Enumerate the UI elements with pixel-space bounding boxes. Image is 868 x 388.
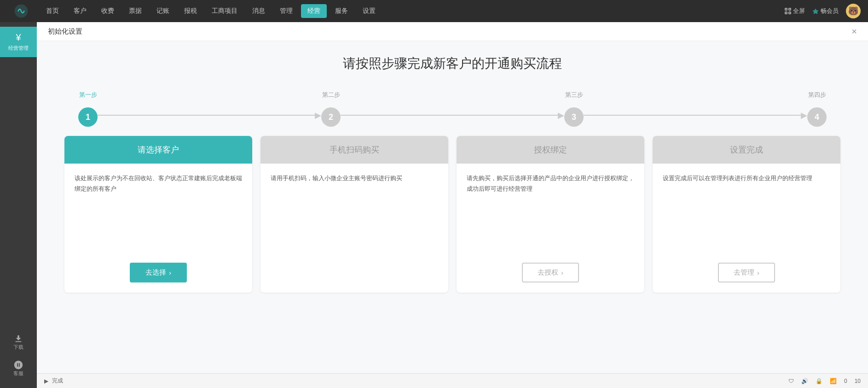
card-title-4: 设置完成 [730, 145, 763, 154]
nav-item-business[interactable]: 工商项目 [205, 4, 244, 18]
step-number-1: 1 [86, 112, 90, 122]
close-button[interactable]: × [851, 27, 857, 36]
connector-1-2: ▶ [98, 97, 321, 120]
sidebar-download[interactable]: 下载 [0, 330, 37, 354]
card-btn-arrow-4: › [757, 269, 759, 276]
lock-status-icon: 🔒 [816, 378, 822, 384]
card-btn-3[interactable]: 去授权 › [522, 263, 579, 282]
wizard-title: 请按照步骤完成新客户的开通购买流程 [64, 55, 840, 72]
sidebar: ¥ 经营管理 下载 客服 [0, 22, 37, 388]
status-bar-right: 🛡 🔊 🔒 📶 0 10 [788, 378, 861, 384]
nav-item-customer[interactable]: 客户 [67, 4, 93, 18]
card-body-text-4: 设置完成后可以在管理列表进行所有企业用户的经营管理 [663, 175, 812, 182]
page-title: 初始化设置 [48, 27, 82, 36]
card-header-3: 授权绑定 [457, 136, 644, 164]
card-footer-4: 去管理 › [653, 255, 840, 293]
support-label: 客服 [13, 370, 23, 377]
arrow-2-3: ▶ [558, 110, 564, 120]
card-btn-1[interactable]: 去选择 › [130, 263, 187, 282]
sidebar-support[interactable]: 客服 [0, 356, 37, 381]
steps-indicator: 第一步 1 ▶ 第二步 2 [64, 91, 840, 127]
nav-item-manage[interactable]: 管理 [273, 4, 299, 18]
step-number-3: 3 [572, 112, 576, 122]
nav-item-bill[interactable]: 票据 [122, 4, 148, 18]
card-title-1: 请选择客户 [138, 145, 179, 154]
card-footer-1: 去选择 › [64, 255, 252, 293]
wizard-area: 请按照步骤完成新客户的开通购买流程 第一步 1 ▶ 第二步 [37, 41, 868, 373]
step-unit-3: 第三步 3 [564, 91, 584, 127]
step-circle-1: 1 [78, 107, 98, 127]
step-card-1: 请选择客户 该处展示的客户为不在回收站、客户状态正常建账后完成老板端绑定的所有客… [64, 136, 252, 293]
card-btn-label-4: 去管理 [734, 268, 754, 277]
sidebar-item-operation[interactable]: ¥ 经营管理 [0, 27, 37, 57]
card-body-text-3: 请先购买，购买后选择开通的产品中的企业用户进行授权绑定，成功后即可进行经营管理 [467, 175, 634, 192]
step-card-3: 授权绑定 请先购买，购买后选择开通的产品中的企业用户进行授权绑定，成功后即可进行… [457, 136, 644, 293]
sidebar-item-label: 经营管理 [8, 45, 29, 52]
card-header-4: 设置完成 [653, 136, 840, 164]
download-label: 下载 [13, 344, 23, 351]
step-circle-3: 3 [564, 107, 584, 127]
vip-label: 畅会员 [821, 7, 839, 15]
svg-rect-2 [789, 8, 791, 10]
app-logo[interactable] [7, 4, 35, 18]
step-label-3: 第三步 [565, 91, 583, 99]
step-unit-2: 第二步 2 [321, 91, 341, 127]
arrow-1-2: ▶ [315, 110, 321, 120]
card-title-2: 手机扫码购买 [330, 145, 379, 154]
step-card-2: 手机扫码购买 请用手机扫码，输入小微企业主账号密码进行购买 [260, 136, 448, 293]
status-label: 完成 [52, 377, 63, 385]
svg-marker-5 [813, 9, 818, 14]
fullscreen-button[interactable]: 全屏 [785, 7, 805, 15]
step-unit-1: 第一步 1 [78, 91, 98, 127]
shield-status-icon: 🛡 [788, 378, 794, 384]
connector-3-4: ▶ [584, 97, 807, 120]
svg-rect-1 [785, 8, 787, 10]
card-body-4: 设置完成后可以在管理列表进行所有企业用户的经营管理 [653, 164, 840, 255]
arrow-3-4: ▶ [801, 110, 807, 120]
svg-rect-3 [785, 12, 787, 14]
step-circle-4: 4 [807, 107, 827, 127]
avatar[interactable]: 🐻 [846, 4, 861, 18]
step-number-2: 2 [329, 112, 333, 122]
nav-item-accounting[interactable]: 记账 [150, 4, 176, 18]
counter-0: 0 [844, 378, 847, 384]
main-body: ¥ 经营管理 下载 客服 初始化设置 × 请按照步骤完成新客户的开通购买流程 [0, 22, 868, 388]
top-nav-right: 全屏 畅会员 🐻 [785, 4, 861, 18]
step-label-2: 第二步 [322, 91, 340, 99]
nav-item-home[interactable]: 首页 [40, 4, 65, 18]
fullscreen-label: 全屏 [793, 7, 805, 15]
card-btn-arrow-1: › [169, 269, 171, 276]
top-navigation: 首页 客户 收费 票据 记账 报税 工商项目 消息 管理 经营 服务 设置 全屏… [0, 0, 868, 22]
card-body-text-2: 请用手机扫码，输入小微企业主账号密码进行购买 [271, 175, 402, 182]
card-btn-4[interactable]: 去管理 › [718, 263, 775, 282]
step-circle-2: 2 [321, 107, 341, 127]
card-title-3: 授权绑定 [534, 145, 567, 154]
play-icon: ▶ [44, 378, 48, 384]
nav-item-operation[interactable]: 经营 [301, 4, 327, 18]
cards-row: 请选择客户 该处展示的客户为不在回收站、客户状态正常建账后完成老板端绑定的所有客… [64, 136, 840, 293]
nav-items-container: 首页 客户 收费 票据 记账 报税 工商项目 消息 管理 经营 服务 设置 [40, 4, 785, 18]
card-footer-3: 去授权 › [457, 255, 644, 293]
vip-button[interactable]: 畅会员 [812, 7, 839, 15]
card-body-3: 请先购买，购买后选择开通的产品中的企业用户进行授权绑定，成功后即可进行经营管理 [457, 164, 644, 255]
status-bar: ▶ 完成 🛡 🔊 🔒 📶 0 10 [37, 373, 868, 388]
step-card-4: 设置完成 设置完成后可以在管理列表进行所有企业用户的经营管理 去管理 › [653, 136, 840, 293]
counter-10: 10 [855, 378, 861, 384]
content-area: 初始化设置 × 请按照步骤完成新客户的开通购买流程 第一步 1 ▶ [37, 22, 868, 388]
card-footer-2 [260, 275, 448, 293]
nav-item-service[interactable]: 服务 [329, 4, 354, 18]
volume-status-icon: 🔊 [801, 378, 808, 384]
yuan-icon: ¥ [16, 32, 21, 43]
content-header: 初始化设置 × [37, 22, 868, 41]
card-body-2: 请用手机扫码，输入小微企业主账号密码进行购买 [260, 164, 448, 275]
sidebar-bottom: 下载 客服 [0, 330, 37, 388]
card-body-1: 该处展示的客户为不在回收站、客户状态正常建账后完成老板端绑定的所有客户 [64, 164, 252, 255]
card-header-1: 请选择客户 [64, 136, 252, 164]
svg-rect-4 [789, 12, 791, 14]
nav-item-fee[interactable]: 收费 [95, 4, 121, 18]
nav-item-message[interactable]: 消息 [246, 4, 272, 18]
card-body-text-1: 该处展示的客户为不在回收站、客户状态正常建账后完成老板端绑定的所有客户 [75, 175, 242, 192]
nav-item-settings[interactable]: 设置 [356, 4, 382, 18]
card-header-2: 手机扫码购买 [260, 136, 448, 164]
nav-item-tax[interactable]: 报税 [178, 4, 203, 18]
